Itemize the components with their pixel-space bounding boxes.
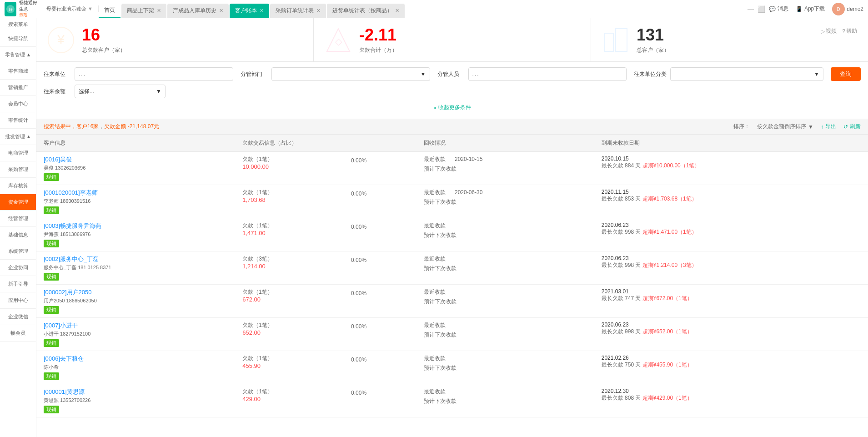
refresh-button[interactable]: ↺ 刷新 xyxy=(843,123,861,131)
debt-amount-1[interactable]: 1,703.68 xyxy=(242,196,336,203)
sidebar-item-new-guide[interactable]: 新手引导 xyxy=(0,276,36,292)
sidebar-item-capital[interactable]: 资金管理 xyxy=(0,194,36,211)
sidebar-item-ecommerce[interactable]: 电商管理 xyxy=(0,145,36,161)
sidebar-item-basic-info[interactable]: 基础信息 xyxy=(0,227,36,243)
tab-customer-account[interactable]: 客户账本 ✕ xyxy=(230,4,269,18)
debt-amount-3[interactable]: 1,214.00 xyxy=(242,263,336,270)
cell-ratio-2: 0.00% xyxy=(344,218,416,251)
tab-close-purchase-order[interactable]: ✕ xyxy=(316,8,321,14)
refresh-icon: ↺ xyxy=(843,124,848,130)
card-value-3: 131 xyxy=(637,25,669,45)
customer-name-0[interactable]: [0016]吴俊 xyxy=(44,156,228,164)
filter-source-unit: 往来单位 ... xyxy=(44,67,233,81)
sidebar-item-inventory[interactable]: 库存核算 xyxy=(0,178,36,194)
sidebar-item-enterprise[interactable]: 企业协同 xyxy=(0,260,36,276)
next-pay-0: 预计下次收款 xyxy=(424,165,587,173)
recent-pay-7: 最近收款 xyxy=(424,388,587,396)
user-avatar-btn[interactable]: D demo2 xyxy=(832,3,863,15)
table-row: [000002]用户2050 用户2050 18665062050 现销 欠款（… xyxy=(36,285,868,318)
video-btn[interactable]: ▷ 视频 xyxy=(821,27,837,35)
tab-purchase-order[interactable]: 采购订单统计表 ✕ xyxy=(270,4,326,18)
card-value-1: 16 xyxy=(82,25,125,45)
customer-name-1[interactable]: [0001020001]李老师 xyxy=(44,189,228,197)
customer-info-1: 李老师 18600391516 xyxy=(44,198,228,205)
sidebar-item-purchase[interactable]: 采购管理 xyxy=(0,161,36,178)
sidebar-item-retail-mgmt[interactable]: 零售管理 ▲ xyxy=(0,47,36,63)
cell-recovery-2: 最近收款 预计下次收款 xyxy=(416,218,594,251)
overdue-amount-4[interactable]: 超期¥672.00（1笔） xyxy=(642,295,692,301)
balance-select[interactable]: 选择... ▼ xyxy=(75,85,166,98)
overdue-amount-3[interactable]: 超期¥1,214.00（3笔） xyxy=(642,262,697,268)
debt-ratio-0: 0.00% xyxy=(351,157,409,164)
app-download-btn[interactable]: 📱 App下载 xyxy=(796,5,825,13)
manager-input[interactable]: ... xyxy=(468,67,627,81)
summary-card-1: ¥ 16 总欠款客户（家） xyxy=(36,18,314,61)
customer-name-5[interactable]: [0007]小进干 xyxy=(44,321,228,330)
sidebar-quick-nav[interactable]: 快捷导航 xyxy=(0,30,36,47)
minimize-btn[interactable]: — xyxy=(747,5,754,13)
tab-close-product-off[interactable]: ✕ xyxy=(157,8,161,14)
customer-info-4: 用户2050 18665062050 xyxy=(44,297,228,304)
debt-ratio-2: 0.00% xyxy=(351,224,409,230)
sidebar-item-batch-mgmt[interactable]: 批发管理 ▲ xyxy=(0,129,36,145)
maximize-btn[interactable]: ⬜ xyxy=(758,5,765,13)
customer-name-6[interactable]: [0006]去下粮仓 xyxy=(44,355,228,363)
overdue-amount-7[interactable]: 超期¥429.00（1笔） xyxy=(642,395,692,401)
card-value-2: -2.11 xyxy=(359,25,397,45)
debt-count-3: 欠款（3笔） xyxy=(242,255,336,263)
filter-unit-category: 往来单位分类 ▼ xyxy=(634,67,823,81)
cell-customer-3: [0002]服务中心_丁磊 服务中心_丁磊 181 0125 8371 现销 xyxy=(36,251,235,285)
unit-category-select[interactable]: ▼ xyxy=(670,67,823,81)
debt-amount-5[interactable]: 652.00 xyxy=(242,329,336,336)
sidebar-item-chang-member[interactable]: 畅会员 xyxy=(0,325,36,342)
sidebar-item-business[interactable]: 经营管理 xyxy=(0,211,36,227)
tab-close-purchase-stat[interactable]: ✕ xyxy=(395,8,399,14)
customer-name-2[interactable]: [0003]畅捷服务尹海燕 xyxy=(44,222,228,230)
sidebar-item-retail-stat[interactable]: 零售统计 xyxy=(0,112,36,129)
customer-name-4[interactable]: [000002]用户2050 xyxy=(44,288,228,296)
filter-manager: 分管人员 ... xyxy=(437,67,627,81)
debt-amount-0[interactable]: 10,000.00 xyxy=(242,163,336,170)
tab-purchase-stat[interactable]: 进货单统计表（按商品） ✕ xyxy=(327,4,405,18)
help-btn[interactable]: ? 帮助 xyxy=(842,27,857,35)
debt-amount-2[interactable]: 1,471.00 xyxy=(242,230,336,236)
customer-name-3[interactable]: [0002]服务中心_丁磊 xyxy=(44,255,228,263)
export-button[interactable]: ↑ 导出 xyxy=(821,123,836,131)
tab-product-off[interactable]: 商品上下架 ✕ xyxy=(121,4,166,18)
collapse-row[interactable]: « 收起更多条件 xyxy=(44,102,861,113)
tab-product-history[interactable]: 产成品入库单历史 ✕ xyxy=(167,4,229,18)
tab-home[interactable]: 首页 xyxy=(99,4,120,18)
tab-close-product-history[interactable]: ✕ xyxy=(219,8,223,14)
due-date-1: 2020.11.15 xyxy=(602,189,861,195)
overdue-amount-6[interactable]: 超期¥455.90（1笔） xyxy=(642,362,692,368)
overdue-amount-2[interactable]: 超期¥1,471.00（1笔） xyxy=(642,229,697,235)
debt-amount-4[interactable]: 672.00 xyxy=(242,296,336,303)
sidebar-item-label: 应用中心 xyxy=(2,297,34,304)
source-unit-input[interactable]: ... xyxy=(75,67,233,81)
tab-close-customer-account[interactable]: ✕ xyxy=(260,8,264,14)
query-button[interactable]: 查询 xyxy=(831,67,861,81)
overdue-amount-5[interactable]: 超期¥652.00（1笔） xyxy=(642,328,692,335)
sort-button[interactable]: 按欠款金额倒序排序 ▼ xyxy=(757,123,813,131)
cell-ratio-1: 0.00% xyxy=(344,185,416,218)
due-date-5: 2020.06.23 xyxy=(602,321,861,328)
sidebar-item-member[interactable]: 会员中心 xyxy=(0,96,36,112)
sidebar-item-label: 经营管理 xyxy=(2,215,34,222)
customer-name-7[interactable]: [000001]黄思源 xyxy=(44,388,228,396)
dept-select[interactable]: ▼ xyxy=(271,67,430,81)
industry-selector[interactable]: 母婴行业演示账套 ▼ xyxy=(41,5,99,12)
sidebar-item-app-center[interactable]: 应用中心 xyxy=(0,292,36,309)
sidebar-search-label[interactable]: 搜索菜单 xyxy=(0,18,36,30)
overdue-amount-1[interactable]: 超期¥1,703.68（1笔） xyxy=(642,196,697,202)
logo-icon: 好 xyxy=(5,2,16,16)
cell-recovery-3: 最近收款 预计下次收款 xyxy=(416,251,594,285)
messages-btn[interactable]: 💬 消息 xyxy=(769,5,788,13)
debt-amount-7[interactable]: 429.00 xyxy=(242,396,336,402)
cell-ratio-7: 0.00% xyxy=(344,384,416,417)
sidebar-item-retail-mall[interactable]: 零售商城 xyxy=(0,63,36,80)
sidebar-item-system[interactable]: 系统管理 xyxy=(0,243,36,260)
sidebar-item-marketing[interactable]: 营销推广 xyxy=(0,80,36,96)
overdue-amount-0[interactable]: 超期¥10,000.00（1笔） xyxy=(642,162,700,169)
debt-amount-6[interactable]: 455.90 xyxy=(242,362,336,369)
sidebar-item-enterprise-wechat[interactable]: 企业微信 xyxy=(0,309,36,325)
